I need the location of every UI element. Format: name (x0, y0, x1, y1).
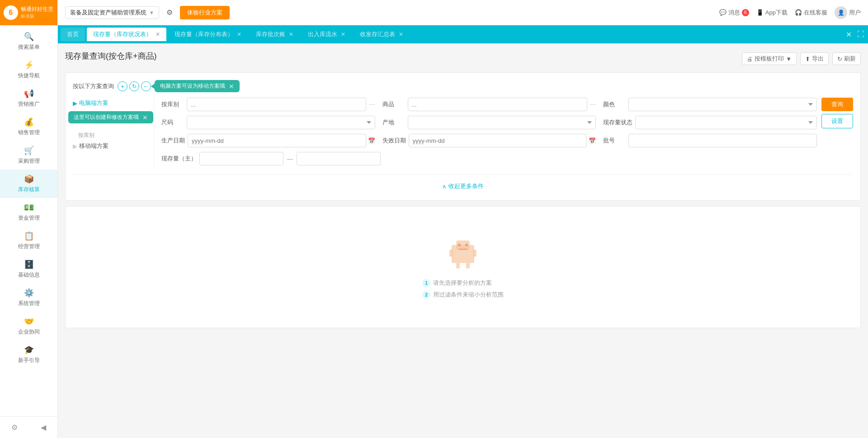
sidebar-item-finance[interactable]: 💵 资金管理 (0, 198, 57, 226)
export-btn[interactable]: ⬆ 导出 (800, 52, 829, 65)
sidebar-item-sales[interactable]: 💰 销售管理 (0, 113, 57, 141)
tab-close-icon[interactable]: ✕ (237, 31, 241, 38)
prod-date-input[interactable] (188, 134, 366, 147)
query-button[interactable]: 查询 (821, 98, 853, 111)
tree-node-pc-scheme[interactable]: ▶ 电脑端方案 (73, 98, 148, 108)
collapse-btn[interactable]: ∧ 收起更多条件 (73, 179, 853, 193)
sidebar-item-label: 采购管理 (18, 157, 40, 165)
tab-home-label: 首页 (67, 30, 79, 38)
tab-maximize-btn[interactable]: ⛶ (855, 28, 866, 40)
sidebar-item-search-menu[interactable]: 🔍 搜索菜单 (0, 27, 57, 56)
tab-inout-flow[interactable]: 出入库流水 ✕ (302, 28, 352, 41)
tab-close-icon[interactable]: ✕ (289, 31, 293, 38)
sidebar-item-inventory[interactable]: 📦 库存核算 (0, 170, 57, 198)
refresh-btn[interactable]: ↻ 刷新 (832, 52, 861, 65)
template-print-btn[interactable]: 🖨 按模板打印 ▼ (742, 52, 797, 65)
sidebar-item-label: 销售管理 (18, 129, 40, 137)
filter-row-2: 尺码 产地 现存量状态 (161, 116, 817, 129)
tab-inventory-status[interactable]: 现存量（库存状况表） ✕ (87, 28, 166, 41)
size-select[interactable] (187, 116, 375, 129)
sidebar-item-cooperation[interactable]: 🤝 企业协同 (0, 312, 57, 340)
sidebar-item-quick-nav[interactable]: ⚡ 快捷导航 (0, 56, 57, 84)
app-download-icon: 📱 (756, 9, 764, 16)
size-label: 尺码 (161, 118, 184, 127)
goods-dots-btn[interactable]: ··· (590, 100, 596, 108)
tab-close-icon[interactable]: ✕ (399, 31, 403, 38)
refresh-scheme-btn[interactable]: ↻ (129, 81, 139, 91)
operations-icon: 📋 (24, 231, 34, 241)
collapse-label: 收起更多条件 (448, 182, 484, 190)
tooltip2-close-btn[interactable]: ✕ (142, 114, 148, 121)
warehouse-dots-btn[interactable]: ··· (369, 100, 375, 108)
warehouse-input[interactable] (187, 98, 366, 111)
tab-receive-summary[interactable]: 收发存汇总表 ✕ (354, 28, 410, 41)
tooltip1-text: 电脑方案可设为移动方案哦 (160, 82, 225, 90)
user-avatar-btn[interactable]: 👤 用户 (835, 6, 861, 19)
goods-input[interactable] (408, 98, 587, 111)
sidebar-item-basic-info[interactable]: 🗄️ 基础信息 (0, 255, 57, 283)
filter-batch: 批号 (603, 134, 817, 147)
svg-rect-6 (473, 250, 476, 257)
range-dash: — (287, 155, 293, 162)
tip-num-1: 1 (422, 279, 430, 287)
prod-date-calendar-icon[interactable]: 📅 (368, 137, 375, 144)
filter-stock-status: 现存量状态 (603, 116, 817, 129)
tab-inout-flow-label: 出入库流水 (308, 30, 337, 38)
notification-label: 消息 (728, 9, 740, 17)
expiry-date-input-group: 📅 (409, 134, 596, 147)
tab-home[interactable]: 首页 (61, 28, 85, 41)
tree-node-mobile-label: 移动端方案 (79, 142, 108, 150)
svg-rect-8 (466, 263, 470, 268)
batch-input[interactable] (628, 134, 817, 147)
tab-inventory-dist[interactable]: 现存量（库存分布表） ✕ (168, 28, 248, 41)
finance-icon: 💵 (24, 203, 34, 212)
tooltip1-close-btn[interactable]: ✕ (229, 83, 234, 90)
system-selector[interactable]: 装备及固定资产辅助管理系统 ▼ (65, 6, 159, 19)
top-header: 装备及固定资产辅助管理系统 ▼ ⚙ 体验行业方案 💬 消息 6 📱 App下载 … (58, 0, 868, 25)
filter-stock-main: 现存量（主） — (161, 152, 381, 165)
empty-state-icon (445, 234, 481, 270)
expiry-date-calendar-icon[interactable]: 📅 (589, 137, 596, 144)
app-download-label: App下载 (765, 9, 788, 17)
sidebar-item-guide[interactable]: 🎓 新手引导 (0, 340, 57, 369)
tab-batch-ledger[interactable]: 库存批次账 ✕ (250, 28, 300, 41)
empty-tips: 1 请先选择要分析的方案 2 用过滤条件来缩小分析范围 (422, 277, 504, 301)
sidebar: 6 畅通好好生意 标准版 🔍 搜索菜单 ⚡ 快捷导航 📢 营销推广 💰 销售管理… (0, 0, 58, 438)
tree-node-warehouse[interactable]: 按库别 (73, 130, 148, 141)
sidebar-item-label: 基础信息 (18, 271, 40, 279)
add-scheme-btn[interactable]: + (118, 81, 127, 91)
app-download-btn[interactable]: 📱 App下载 (756, 9, 788, 17)
sidebar-item-system[interactable]: ⚙️ 系统管理 (0, 283, 57, 312)
system-name: 装备及固定资产辅助管理系统 (70, 9, 146, 17)
reset-button[interactable]: 设置 (821, 114, 853, 128)
tab-receive-summary-label: 收发存汇总表 (360, 30, 395, 38)
system-icon: ⚙️ (24, 288, 34, 298)
color-select[interactable] (628, 98, 817, 111)
notification-btn[interactable]: 💬 消息 6 (719, 9, 749, 17)
divider (73, 174, 853, 175)
origin-select[interactable] (408, 116, 596, 129)
tree-node-mobile-scheme[interactable]: ▶ 移动端方案 (73, 141, 148, 151)
sidebar-item-operations[interactable]: 📋 经营管理 (0, 226, 57, 255)
tab-close-icon[interactable]: ✕ (341, 31, 345, 38)
tree-section-warehouse: 按库别 (73, 130, 148, 141)
tab-close-icon[interactable]: ✕ (156, 31, 160, 38)
stock-max-input[interactable] (297, 152, 381, 165)
trial-button[interactable]: 体验行业方案 (180, 6, 230, 19)
filter-color: 颜色 (603, 98, 817, 111)
stock-status-select[interactable] (635, 116, 817, 129)
sidebar-collapse-btn[interactable]: ◀ (37, 421, 50, 433)
svg-point-2 (458, 244, 461, 246)
stock-min-input[interactable] (199, 152, 283, 165)
sidebar-settings-btn[interactable]: ⚙ (8, 421, 21, 433)
sidebar-item-purchase[interactable]: 🛒 采购管理 (0, 141, 57, 170)
empty-tip-1: 1 请先选择要分析的方案 (422, 277, 504, 289)
page-title: 现存量查询(按仓库+商品) (65, 51, 157, 61)
expiry-date-input[interactable] (409, 134, 587, 147)
sidebar-item-marketing[interactable]: 📢 营销推广 (0, 84, 57, 113)
tab-close-all-btn[interactable]: ✕ (844, 28, 854, 41)
settings-gear-icon[interactable]: ⚙ (165, 6, 175, 19)
back-scheme-btn[interactable]: ← (141, 81, 151, 91)
online-support-btn[interactable]: 🎧 在线客服 (795, 9, 827, 17)
scheme-tooltip1: 电脑方案可设为移动方案哦 ✕ (155, 80, 240, 92)
